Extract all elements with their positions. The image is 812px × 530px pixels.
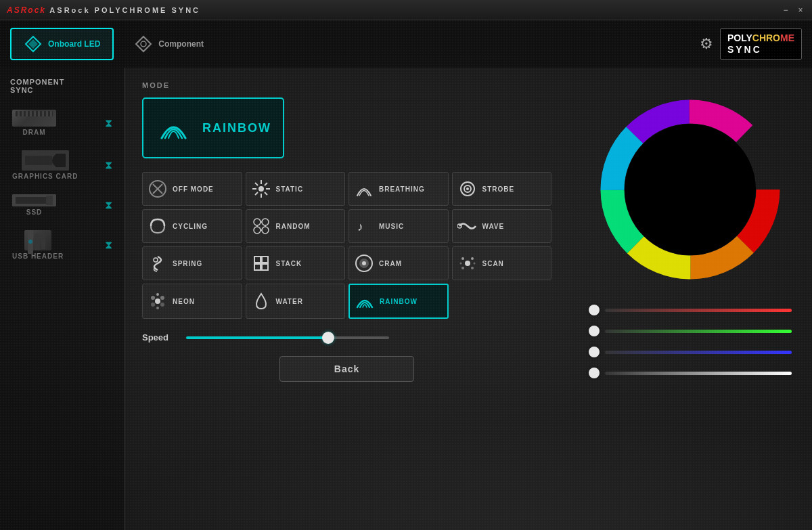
mode-item-cram[interactable]: CRAM xyxy=(348,246,449,280)
off-mode-icon xyxy=(147,178,168,200)
mode-item-strobe[interactable]: STROBE xyxy=(452,172,552,206)
mode-grid: OFF MODE xyxy=(142,172,551,319)
sidebar-item-dram[interactable]: DRAM ⧗ xyxy=(7,104,118,141)
strobe-icon xyxy=(457,178,478,200)
spring-label: SPRING xyxy=(173,260,202,267)
off-mode-label: OFF MODE xyxy=(173,185,214,193)
sidebar-item-usb-header[interactable]: USB Header ⧗ xyxy=(7,225,118,265)
svg-point-58 xyxy=(151,303,155,307)
blue-slider-handle[interactable] xyxy=(589,347,600,357)
svg-marker-2 xyxy=(136,37,151,51)
rainbow-mode-icon xyxy=(354,290,376,312)
speed-slider-thumb[interactable] xyxy=(322,332,334,344)
mode-item-neon[interactable]: NEON xyxy=(142,284,242,319)
svg-rect-12 xyxy=(35,234,40,250)
sidebar-item-ssd[interactable]: SSD ⧗ xyxy=(7,189,118,221)
red-slider-handle[interactable] xyxy=(589,305,600,315)
svg-point-72 xyxy=(625,124,756,255)
svg-point-59 xyxy=(160,303,164,307)
dram-link-icon: ⧗ xyxy=(105,117,112,129)
svg-rect-5 xyxy=(25,156,52,165)
wave-label: WAVE xyxy=(482,223,505,230)
svg-line-25 xyxy=(265,183,267,185)
dram-label: DRAM xyxy=(23,129,46,136)
svg-rect-44 xyxy=(262,264,268,270)
green-slider-track[interactable] xyxy=(605,330,792,333)
gpu-device-image xyxy=(22,150,69,171)
app-title: ASRock ASRock POLYCHROME SYNC xyxy=(7,5,200,15)
header-nav: Onboard LED Component ⚙ POLYCHROME SYNC xyxy=(0,20,812,68)
sidebar-item-graphics-card[interactable]: Graphics Card ⧗ xyxy=(7,145,118,185)
mode-item-water[interactable]: WATER xyxy=(246,284,346,319)
mode-item-stack[interactable]: STACK xyxy=(246,246,346,280)
svg-rect-41 xyxy=(254,257,261,263)
svg-point-56 xyxy=(151,296,155,300)
tab-component[interactable]: Component xyxy=(120,28,217,60)
red-slider-track[interactable] xyxy=(605,309,792,312)
static-label: STATIC xyxy=(276,185,304,193)
svg-point-50 xyxy=(471,257,474,260)
static-icon xyxy=(250,178,272,200)
mode-item-wave[interactable]: WAVE xyxy=(452,209,552,243)
wave-icon xyxy=(457,215,478,237)
scan-icon xyxy=(457,252,478,274)
brand-logo: POLYCHROME SYNC xyxy=(720,28,802,60)
svg-point-31 xyxy=(262,219,269,225)
mode-item-scan[interactable]: SCAN xyxy=(452,246,552,280)
speed-slider-track[interactable] xyxy=(186,336,389,339)
svg-point-47 xyxy=(362,261,366,265)
blue-slider-track[interactable] xyxy=(605,351,792,354)
right-panel xyxy=(568,68,812,530)
gpu-label: Graphics Card xyxy=(12,173,78,180)
selected-mode-display: RAINBOW xyxy=(142,97,284,158)
mode-item-cycling[interactable]: CYCLING xyxy=(142,209,242,243)
mode-item-rainbow[interactable]: RAINBOW xyxy=(348,284,449,319)
svg-point-33 xyxy=(262,227,269,234)
diamond-icon xyxy=(24,35,42,53)
nav-tabs: Onboard LED Component xyxy=(10,28,217,60)
white-slider-track[interactable] xyxy=(605,372,792,375)
ssd-label: SSD xyxy=(26,208,43,216)
svg-rect-13 xyxy=(41,236,45,249)
green-slider-handle[interactable] xyxy=(589,326,600,336)
music-icon: ♪ xyxy=(353,215,375,237)
mode-item-off-mode[interactable]: OFF MODE xyxy=(142,172,242,206)
app-container: Onboard LED Component ⚙ POLYCHROME SYNC xyxy=(0,20,812,530)
svg-point-54 xyxy=(473,263,475,265)
neon-icon xyxy=(147,290,168,312)
close-button[interactable]: × xyxy=(796,5,805,15)
selected-mode-icon xyxy=(155,110,192,147)
mode-item-breathing[interactable]: BREATHING xyxy=(348,172,449,206)
ssd-link-icon: ⧗ xyxy=(105,199,112,211)
svg-point-32 xyxy=(254,227,261,234)
scan-label: SCAN xyxy=(482,260,504,267)
mode-item-music[interactable]: ♪ MUSIC xyxy=(348,209,449,243)
svg-point-7 xyxy=(56,156,64,164)
minimize-button[interactable]: − xyxy=(781,5,790,15)
component-icon xyxy=(134,35,153,53)
settings-icon[interactable]: ⚙ xyxy=(700,35,713,53)
cycling-label: CYCLING xyxy=(173,223,208,230)
tab-onboard-led[interactable]: Onboard LED xyxy=(10,28,114,60)
mode-item-spring[interactable]: SPRING xyxy=(142,246,242,280)
nav-right: ⚙ POLYCHROME SYNC xyxy=(700,28,802,60)
water-label: WATER xyxy=(276,298,303,305)
stack-icon xyxy=(250,252,272,274)
cram-label: CRAM xyxy=(379,260,402,267)
svg-line-24 xyxy=(265,192,267,195)
tab-onboard-label: Onboard LED xyxy=(48,39,100,49)
cycling-icon xyxy=(147,215,168,237)
spring-icon xyxy=(147,252,168,274)
water-icon xyxy=(250,290,272,312)
svg-point-18 xyxy=(258,186,264,192)
onboard-led-icon xyxy=(24,35,43,53)
color-wheel-container xyxy=(589,88,792,291)
mode-item-static[interactable]: STATIC xyxy=(246,172,346,206)
white-slider-handle[interactable] xyxy=(589,368,600,378)
speed-control: Speed xyxy=(142,332,551,343)
svg-point-57 xyxy=(160,296,164,300)
usb-link-icon: ⧗ xyxy=(105,239,112,251)
mode-item-random[interactable]: RANDOM xyxy=(246,209,346,243)
back-button[interactable]: Back xyxy=(279,356,414,382)
green-slider-row xyxy=(589,326,792,336)
